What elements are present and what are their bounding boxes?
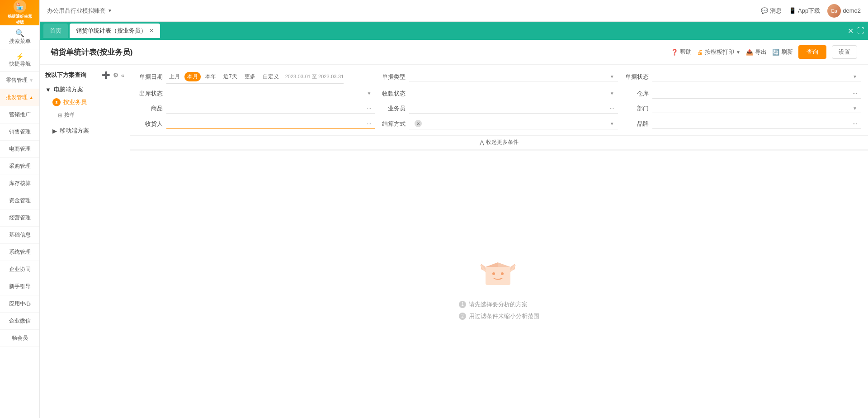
refresh-label: 刷新: [781, 48, 793, 56]
tab-home[interactable]: 首页: [43, 24, 68, 38]
scheme-group-desktop-label: 电脑端方案: [54, 86, 83, 94]
scheme-sub-item-by-order[interactable]: ⊞ 按单: [40, 109, 130, 121]
sidebar-quick-nav[interactable]: ⚡ 快捷导航: [0, 49, 39, 72]
settlement-select[interactable]: ✕ ▼: [409, 118, 618, 129]
app-download-label: App下载: [798, 7, 820, 15]
payment-select[interactable]: ▼: [409, 89, 618, 98]
receiver-select[interactable]: ···: [166, 119, 375, 129]
product-dots-icon: ···: [367, 105, 371, 111]
sidebar-item-enterprise[interactable]: 企业协同: [0, 261, 39, 278]
sidebar-item-appstore[interactable]: 应用中心: [0, 295, 39, 313]
filter-item-receiver: 收货人 ···: [137, 118, 375, 129]
settings-button[interactable]: 设置: [832, 45, 857, 59]
scheme-group-mobile-title[interactable]: ▶ 移动端方案: [40, 125, 130, 137]
edit-scheme-icon[interactable]: ⚙: [113, 72, 118, 79]
date-btn-more[interactable]: 更多: [242, 72, 258, 81]
print-arrow-icon: ▼: [736, 50, 741, 55]
filter-item-doc-type: 单据类型 ▼: [380, 70, 618, 84]
tab-report[interactable]: 销货单统计表（按业务员） ✕: [70, 24, 160, 38]
warehouse-select[interactable]: ···: [652, 88, 861, 99]
brand-select[interactable]: ···: [652, 119, 861, 129]
scheme-group-mobile-label: 移动端方案: [60, 127, 89, 135]
date-btn-7days[interactable]: 近7天: [221, 72, 240, 81]
tab-close-icon[interactable]: ✕: [149, 28, 154, 34]
app-download-btn[interactable]: 📱 App下载: [789, 7, 820, 15]
sidebar-retail-label: 零售管理: [6, 77, 28, 83]
tab-close-window-icon[interactable]: ✕: [848, 27, 854, 35]
date-btn-custom[interactable]: 自定义: [260, 72, 282, 81]
date-btn-this-month[interactable]: 本月: [184, 72, 201, 81]
sidebar-item-retail[interactable]: 零售管理 ▼: [0, 72, 39, 89]
header-right: 💬 消息 📱 App下载 Ea demo2: [761, 4, 861, 18]
content-body: 按以下方案查询 ➕ ⚙ « ▼ 电脑端方案: [40, 65, 868, 418]
filter-rows: 单据日期 上月 本月 本年 近7天 更多 自定义 2023-03-01 至 20…: [130, 65, 868, 135]
department-select[interactable]: ▼: [652, 104, 861, 113]
product-select[interactable]: ···: [166, 103, 375, 114]
sidebar-member-label: 畅会员: [12, 335, 28, 341]
brand-dots-icon: ···: [853, 120, 857, 127]
salesperson-select[interactable]: ···: [409, 103, 618, 114]
sidebar-item-marketing[interactable]: 营销推广: [0, 106, 39, 124]
scheme-group-desktop-title[interactable]: ▼ 电脑端方案: [40, 84, 130, 95]
username-label: demo2: [843, 7, 861, 14]
salesperson-dots-icon: ···: [610, 105, 614, 111]
receiver-label: 收货人: [137, 120, 163, 128]
sidebar-item-newbie[interactable]: 新手引导: [0, 278, 39, 295]
help-label: 帮助: [680, 48, 692, 56]
query-button[interactable]: 查询: [798, 45, 826, 59]
sidebar-item-business[interactable]: 经营管理: [0, 209, 39, 227]
sidebar-item-finance[interactable]: 资金管理: [0, 192, 39, 209]
doc-type-select[interactable]: ▼: [409, 72, 618, 81]
download-icon: 📱: [789, 7, 796, 14]
settlement-tag-close-icon[interactable]: ✕: [415, 120, 422, 127]
sidebar-system-label: 系统管理: [9, 249, 31, 255]
tip-2-num: 2: [459, 313, 466, 320]
sidebar-item-wholesale[interactable]: 批发管理 ▲: [0, 89, 39, 106]
user-menu[interactable]: Ea demo2: [827, 4, 861, 18]
sidebar-basic-label: 基础信息: [9, 232, 31, 238]
message-btn[interactable]: 💬 消息: [761, 7, 782, 15]
sidebar-item-basic[interactable]: 基础信息: [0, 227, 39, 244]
sidebar-item-sales[interactable]: 销售管理: [0, 124, 39, 141]
empty-tip-1: 1 请先选择要分析的方案: [459, 299, 539, 310]
date-filter-label: 单据日期: [137, 73, 163, 81]
filter-row-4: 收货人 ··· 结算方式 ✕ ▼: [137, 118, 861, 129]
doc-status-arrow-icon: ▼: [853, 74, 857, 79]
sidebar-enterprise-label: 企业协同: [9, 266, 31, 272]
sidebar-item-wechat[interactable]: 企业微信: [0, 313, 39, 330]
date-btn-this-year[interactable]: 本年: [203, 72, 219, 81]
filter-item-product: 商品 ···: [137, 103, 375, 114]
print-template-btn[interactable]: 🖨 按模板打印 ▼: [697, 48, 741, 56]
page-title: 销货单统计表(按业务员): [51, 47, 132, 57]
doc-type-label: 单据类型: [380, 73, 406, 81]
outbound-label: 出库状态: [137, 90, 163, 98]
export-btn[interactable]: 📤 导出: [746, 48, 767, 56]
sidebar-quick-label: 快捷导航: [2, 60, 38, 68]
tab-maximize-icon[interactable]: ⛶: [857, 27, 864, 35]
filter-row-2: 出库状态 ▼ 收款状态 ▼: [137, 88, 861, 99]
add-scheme-icon[interactable]: ➕: [102, 71, 110, 79]
scheme-group-mobile-arrow-icon: ▶: [52, 128, 57, 134]
salesperson-label: 业务员: [380, 104, 406, 113]
sidebar-marketing-label: 营销推广: [9, 111, 31, 118]
svg-marker-2: [486, 262, 498, 267]
collapse-panel-icon[interactable]: «: [121, 72, 124, 79]
sidebar-item-purchase[interactable]: 采购管理: [0, 158, 39, 175]
sidebar-item-ecommerce[interactable]: 电商管理: [0, 141, 39, 158]
doc-status-select[interactable]: ▼: [652, 72, 861, 81]
refresh-btn[interactable]: 🔄 刷新: [772, 48, 793, 56]
company-dropdown[interactable]: 办公用品行业模拟账套 ▼: [47, 7, 112, 15]
svg-point-6: [492, 272, 495, 275]
collapse-btn[interactable]: ⋀ 收起更多条件: [130, 135, 868, 149]
date-btn-last-month[interactable]: 上月: [166, 72, 183, 81]
sidebar-item-inventory[interactable]: 库存核算: [0, 175, 39, 192]
sidebar-item-system[interactable]: 系统管理: [0, 244, 39, 261]
sidebar-search-label: 搜索菜单: [0, 38, 39, 45]
sidebar-item-member[interactable]: 畅会员: [0, 330, 39, 347]
help-btn[interactable]: ❓ 帮助: [671, 48, 692, 56]
sidebar-search[interactable]: 🔍 搜索菜单: [0, 25, 39, 49]
scheme-item-by-salesperson[interactable]: 按业务员: [40, 95, 130, 109]
department-arrow-icon: ▼: [853, 106, 857, 111]
outbound-select[interactable]: ▼: [166, 89, 375, 98]
filter-item-department: 部门 ▼: [623, 103, 861, 114]
